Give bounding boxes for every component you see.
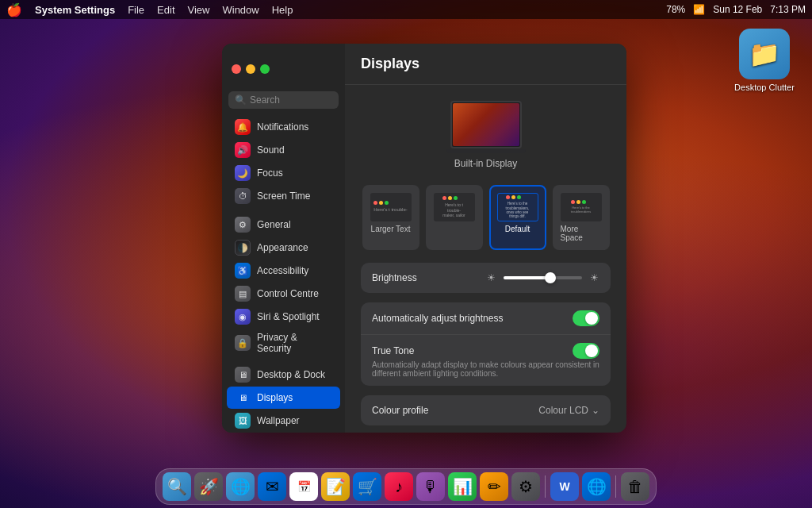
menubar-right: 78% 📶 Sun 12 Feb 7:13 PM [666, 4, 806, 15]
sidebar: 🔍 Search 🔔 Notifications 🔊 Sound 🌙 Focus… [222, 44, 345, 433]
true-tone-row: True Tone Automatically adapt display to… [361, 335, 611, 386]
menubar-app-name: System Settings [35, 4, 115, 16]
resolution-option-more-space[interactable]: Here's to thetroublemakers More Space [553, 185, 610, 250]
dock-item-calendar[interactable]: 📅 [289, 472, 318, 501]
window-minimize-button[interactable] [246, 64, 255, 74]
colour-profile-section: Colour profile Colour LCD ⌄ [361, 395, 611, 425]
sidebar-item-label: Desktop & Dock [257, 369, 325, 380]
brightness-section: Brightness ☀ ☀ [361, 263, 611, 293]
search-placeholder: Search [250, 94, 280, 106]
sidebar-search[interactable]: 🔍 Search [228, 91, 339, 109]
sidebar-item-screentime[interactable]: ⏱ Screen Time [227, 185, 340, 207]
dock-item-numbers[interactable]: 📊 [448, 472, 477, 501]
dock: 🔍 🚀 🌐 ✉ 📅 📝 🛒 ♪ 🎙 📊 ✏ ⚙ W 🌐 🗑 [155, 468, 657, 505]
sidebar-item-label: Privacy & Security [257, 332, 332, 354]
slider-fill [504, 276, 551, 279]
res-preview-default: Here's to thetroublemakers,ones who seet… [497, 193, 538, 221]
main-scroll: Built-in Display Here's t trouble- [345, 85, 626, 433]
appearance-icon: 🌓 [235, 240, 251, 256]
controlcentre-icon: ▤ [235, 286, 251, 302]
slider-thumb[interactable] [545, 272, 556, 283]
sidebar-item-label: Wallpaper [257, 415, 300, 426]
menubar-view[interactable]: View [188, 4, 210, 16]
resolution-option-default[interactable]: Here's to thetroublemakers,ones who seet… [489, 185, 546, 250]
slider-track[interactable] [504, 276, 583, 279]
res-preview-larger: Here's t trouble- [370, 193, 412, 221]
window-maximize-button[interactable] [260, 64, 270, 74]
dock-item-appstore[interactable]: 🛒 [353, 472, 381, 501]
sidebar-item-label: Notifications [257, 121, 308, 133]
dock-item-podcasts[interactable]: 🎙 [416, 472, 445, 501]
sidebar-item-sound[interactable]: 🔊 Sound [227, 139, 340, 161]
dock-item-notes[interactable]: 📝 [321, 472, 350, 501]
desktop-icon-img: 📁 [739, 29, 790, 79]
true-tone-toggle[interactable] [573, 343, 599, 359]
menubar: 🍎 System Settings File Edit View Window … [0, 0, 812, 19]
sidebar-item-accessibility[interactable]: ♿ Accessibility [227, 260, 340, 282]
sidebar-item-focus[interactable]: 🌙 Focus [227, 162, 340, 184]
dock-item-word[interactable]: W [550, 472, 579, 501]
page-title: Displays [361, 56, 419, 72]
sidebar-item-label: Siri & Spotlight [257, 311, 320, 322]
true-tone-toggle-thumb [585, 344, 598, 357]
true-tone-label: True Tone [372, 345, 573, 356]
sidebar-item-label: Sound [257, 144, 285, 156]
general-icon: ⚙ [235, 217, 251, 233]
menubar-battery: 78% [666, 4, 685, 15]
res-preview-more-space: Here's to thetroublemakers [561, 193, 602, 221]
dock-item-pencil[interactable]: ✏ [480, 472, 508, 501]
sidebar-item-label: Focus [257, 167, 283, 179]
sidebar-item-notifications[interactable]: 🔔 Notifications [227, 116, 340, 138]
window-close-button[interactable] [232, 64, 241, 74]
dock-item-chrome[interactable]: 🌐 [226, 472, 255, 501]
colour-profile-value-text: Colour LCD [538, 405, 588, 416]
dock-item-finder[interactable]: 🔍 [163, 472, 191, 501]
dock-item-trash[interactable]: 🗑 [621, 472, 649, 501]
menubar-help[interactable]: Help [272, 4, 293, 16]
brightness-label: Brightness [372, 272, 486, 283]
dock-item-music[interactable]: ♪ [385, 472, 413, 501]
main-titlebar: Displays [345, 44, 626, 85]
sidebar-item-siri[interactable]: ◉ Siri & Spotlight [227, 306, 340, 328]
dock-item-mail[interactable]: ✉ [258, 472, 286, 501]
apple-menu[interactable]: 🍎 [6, 2, 22, 17]
chevron-down-icon: ⌄ [592, 405, 599, 416]
brightness-high-icon: ☀ [588, 272, 599, 283]
res-label-more-space: More Space [561, 225, 602, 242]
screentime-icon: ⏱ [235, 188, 251, 204]
sidebar-item-appearance[interactable]: 🌓 Appearance [227, 237, 340, 259]
sidebar-item-general[interactable]: ⚙ General [227, 214, 340, 236]
sidebar-item-label: Appearance [257, 242, 308, 253]
dock-item-safari[interactable]: 🌐 [582, 472, 611, 501]
auto-brightness-toggle[interactable] [573, 310, 599, 326]
colour-profile-label: Colour profile [372, 405, 538, 416]
dock-item-settings[interactable]: ⚙ [511, 472, 540, 501]
menubar-file[interactable]: File [128, 4, 144, 16]
menubar-window[interactable]: Window [222, 4, 259, 16]
system-settings-window: 🔍 Search 🔔 Notifications 🔊 Sound 🌙 Focus… [222, 44, 626, 433]
menubar-edit[interactable]: Edit [157, 4, 174, 16]
search-icon: 🔍 [235, 94, 247, 106]
brightness-slider[interactable]: ☀ ☀ [486, 272, 600, 283]
sidebar-item-displays[interactable]: 🖥 Displays [227, 387, 340, 409]
dock-item-launchpad[interactable]: 🚀 [194, 472, 223, 501]
sidebar-item-controlcentre[interactable]: ▤ Control Centre [227, 283, 340, 305]
resolution-option-default-minus[interactable]: Here's to ttrouble-maker, sailor [426, 185, 483, 250]
resolution-options: Here's t trouble- Larger Text [361, 185, 611, 250]
desktop-icon[interactable]: 📁 Desktop Clutter [733, 29, 796, 92]
sidebar-list: 🔔 Notifications 🔊 Sound 🌙 Focus ⏱ Screen… [222, 114, 345, 433]
sidebar-item-label: Accessibility [257, 265, 308, 276]
resolution-option-larger-text[interactable]: Here's t trouble- Larger Text [362, 185, 419, 250]
sidebar-item-desktop[interactable]: 🖥 Desktop & Dock [227, 364, 340, 386]
colour-profile-dropdown[interactable]: Colour LCD ⌄ [538, 405, 599, 416]
brightness-row: Brightness ☀ ☀ [361, 263, 611, 293]
notifications-icon: 🔔 [235, 119, 251, 135]
auto-brightness-toggle-thumb [585, 312, 598, 325]
sound-icon: 🔊 [235, 142, 251, 158]
focus-icon: 🌙 [235, 165, 251, 181]
sidebar-item-wallpaper[interactable]: 🖼 Wallpaper [227, 410, 340, 432]
brightness-low-icon: ☀ [486, 272, 497, 283]
sidebar-item-privacy[interactable]: 🔒 Privacy & Security [227, 329, 340, 357]
accessibility-icon: ♿ [235, 263, 251, 279]
res-label-default: Default [505, 225, 530, 233]
